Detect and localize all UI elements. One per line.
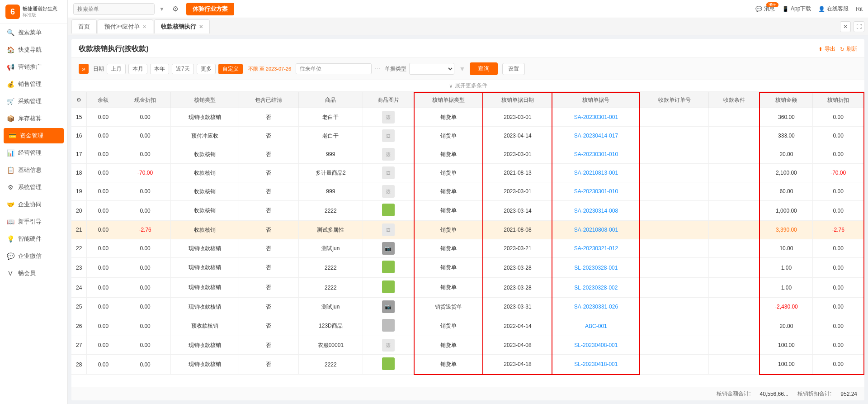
sidebar-item-inventory[interactable]: 📦库存核算 [0,110,67,127]
cell-receipt-order-no [640,164,708,182]
product-img-default: 🖼 [382,185,395,198]
query-button[interactable]: 查询 [470,62,498,75]
tab-maximize-button[interactable]: ⛶ [854,21,864,32]
sidebar-label-system: 系统管理 [18,183,42,191]
sidebar-item-guide[interactable]: 📖新手引导 [0,213,67,230]
sidebar-item-wechat[interactable]: 💬企业微信 [0,247,67,265]
cell-product: 2222 [298,201,363,221]
cell-verify-discount: -2.76 [813,221,864,239]
cell-verify-type: 现销收款核销 [170,108,239,127]
member-icon: V [6,269,14,277]
date-last-month[interactable]: 上月 [107,64,126,74]
cell-product-img: 📷 [363,298,414,316]
message-icon[interactable]: 💬 消息 99+ [755,5,775,13]
expand-more-bar[interactable]: ∨ 展开更多条件 [71,80,864,92]
date-custom[interactable]: 自定义 [218,64,243,74]
refresh-button[interactable]: ↻ 刷新 [840,45,857,53]
tab-close-all-button[interactable]: ✕ [840,21,851,32]
sidebar-item-marketing[interactable]: 📢营销推广 [0,58,67,76]
cell-product-img [363,355,414,375]
cell-verify-discount: 0.00 [813,127,864,145]
cell-balance: 0.00 [87,298,120,316]
cell-verify-amount: 3,390.00 [760,221,812,239]
cell-verify-discount: 0.00 [813,278,864,298]
tab-prepay[interactable]: 预付冲应付单 ✕ [98,19,153,33]
app-download[interactable]: 📱 App下载 [782,5,811,13]
sidebar-label-sales: 销售管理 [18,80,42,88]
main-area: ▼ ⚙ 体验行业方案 💬 消息 99+ 📱 App下载 👤 在线客服 Rit 首… [68,0,868,404]
cell-cash-discount: 0.00 [120,316,170,336]
cell-idx: 17 [71,145,87,164]
sidebar-item-quicknav[interactable]: 🏠快捷导航 [0,41,67,58]
cell-verify-amount: 100.00 [760,355,812,375]
product-img-default: 🖼 [382,223,395,236]
tab-verify-label: 收款核销执行 [161,23,196,31]
export-button[interactable]: ⬆ 导出 [818,45,835,53]
finance-icon: 💳 [8,132,16,140]
cell-product-img: 🖼 [363,182,414,201]
cell-cash-discount: 0.00 [120,258,170,278]
cell-receipt-condition [708,145,760,164]
cell-verify-discount: 0.00 [813,355,864,375]
cell-receipt-order-no [640,182,708,201]
export-icon: ⬆ [818,46,823,52]
page-content: 收款核销执行(按收款) ⬆ 导出 ↻ 刷新 » 日期 上月 本月 本 [71,39,864,400]
cell-product: 老白干 [298,108,363,127]
sidebar-label-guide: 新手引导 [18,218,42,226]
sidebar-item-search[interactable]: 🔍搜索菜单 [0,24,67,41]
tab-home[interactable]: 首页 [71,19,97,33]
cell-balance: 0.00 [87,278,120,298]
cell-verify-amount: 100.00 [760,336,812,355]
solution-button[interactable]: 体验行业方案 [186,3,234,15]
cell-receipt-order-no [640,108,708,127]
cell-idx: 18 [71,164,87,182]
table-row: 23 0.00 0.00 现销收款核销 否 2222 销货单 2023-03-2… [71,258,864,278]
sidebar-item-system[interactable]: ⚙系统管理 [0,179,67,196]
enterprise-icon: 🤝 [6,200,14,209]
counterpart-input[interactable] [296,63,372,74]
tab-prepay-close[interactable]: ✕ [142,24,146,30]
tabbar-controls: ✕ ⛶ [840,21,864,32]
settings-icon[interactable]: ⚙ [169,3,182,15]
sidebar-item-enterprise[interactable]: 🤝企业协同 [0,196,67,213]
page-title: 收款核销执行(按收款) [79,44,149,54]
tab-verify-close[interactable]: ✕ [199,24,203,30]
search-input[interactable] [73,3,155,15]
sidebar-item-hardware[interactable]: 💡智能硬件 [0,230,67,247]
cell-receipt-condition [708,298,760,316]
cell-product-img [363,258,414,278]
sidebar-item-member[interactable]: V畅会员 [0,265,67,282]
user-avatar[interactable]: Rit [856,6,863,12]
date-more[interactable]: 更多 [197,64,216,74]
cell-bill-date: 2023-03-28 [483,258,552,278]
sidebar-item-sales[interactable]: 💰销售管理 [0,76,67,93]
cell-balance: 0.00 [87,316,120,336]
online-service[interactable]: 👤 在线客服 [818,5,849,13]
sidebar-item-operations[interactable]: 📊经营管理 [0,144,67,162]
cell-bill-date: 2023-03-01 [483,108,552,127]
table-setting-button[interactable]: 设置 [502,63,525,75]
date-this-month[interactable]: 本月 [128,64,147,74]
cell-verify-amount: 1.00 [760,258,812,278]
date-last-7-days[interactable]: 近7天 [172,64,194,74]
sidebar-item-finance[interactable]: 💳资金管理 [4,128,64,143]
sidebar-label-wechat: 企业微信 [18,252,42,260]
dropdown-arrow-icon[interactable]: ▼ [159,6,165,12]
sidebar-label-purchase: 采购管理 [18,97,42,105]
cell-include-settled: 否 [239,108,298,127]
cell-product: 老白干 [298,127,363,145]
filter-toggle-button[interactable]: » [79,64,89,74]
topbar: ▼ ⚙ 体验行业方案 💬 消息 99+ 📱 App下载 👤 在线客服 Rit [68,0,868,18]
sidebar-item-purchase[interactable]: 🛒采购管理 [0,93,67,110]
tab-verify[interactable]: 收款核销执行 ✕ [154,19,210,33]
table-row: 15 0.00 0.00 现销收款核销 否 老白干 🖼 销货单 2023-03-… [71,108,864,127]
date-this-year[interactable]: 本年 [150,64,169,74]
bill-type-select[interactable] [409,63,454,75]
cell-verify-amount: 10.00 [760,239,812,258]
counterpart-dots: ··· [374,65,380,73]
cell-balance: 0.00 [87,127,120,145]
cell-bill-type: 销货单 [414,201,483,221]
cell-receipt-order-no [640,336,708,355]
sidebar-item-basics[interactable]: 📋基础信息 [0,162,67,179]
th-settings[interactable]: ⚙ [71,92,87,108]
